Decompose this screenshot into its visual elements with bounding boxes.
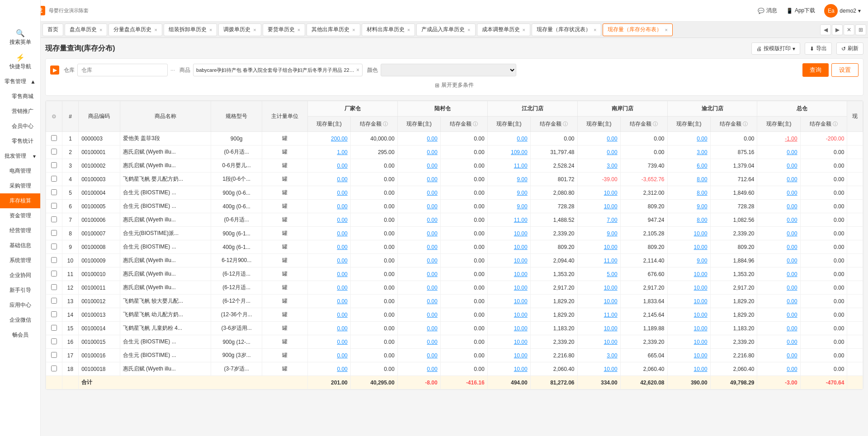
t-amt-info-icon[interactable]: ⓘ (833, 121, 838, 127)
td-checkbox[interactable] (46, 213, 62, 227)
tab-material-out[interactable]: 材料出库单历史 × (362, 23, 415, 36)
warehouse-input[interactable] (77, 64, 168, 76)
tab-split-point[interactable]: 分量盘点单历史 × (108, 23, 162, 36)
tab-close-cost-adjust[interactable]: × (523, 27, 525, 33)
row-checkbox[interactable] (51, 189, 57, 195)
refresh-btn[interactable]: ↺ 刷新 (836, 42, 863, 55)
message-btn[interactable]: 💬 消息 (758, 7, 777, 14)
row-checkbox[interactable] (51, 216, 57, 222)
sidebar-item-enterprise-coop[interactable]: 企业协同 (0, 268, 40, 283)
td-checkbox[interactable] (46, 145, 62, 159)
tab-cost-adjust[interactable]: 成本调整单历史 × (477, 23, 530, 36)
tab-expand-btn[interactable]: ⊞ (855, 24, 866, 35)
td-checkbox[interactable] (46, 281, 62, 295)
sidebar-item-marketing[interactable]: 营销推广 (0, 104, 40, 119)
settings-btn[interactable]: 设置 (831, 63, 859, 77)
tab-transfer[interactable]: 调拨单历史 × (218, 23, 261, 36)
sidebar-item-wholesale[interactable]: 批发管理 ▾ (0, 149, 40, 164)
row-checkbox[interactable] (51, 257, 57, 263)
query-btn[interactable]: 查询 (802, 63, 829, 77)
td-checkbox[interactable] (46, 308, 62, 322)
tab-inventory-single[interactable]: 盘点单历史 × (65, 23, 107, 36)
tab-stock-status[interactable]: 现存量（库存状况表） × (532, 23, 601, 36)
row-checkbox[interactable] (51, 162, 57, 168)
tab-next-btn[interactable]: ▶ (832, 24, 843, 35)
sidebar-item-app-center[interactable]: 应用中心 (0, 298, 40, 313)
yb-amt-info-icon[interactable]: ⓘ (743, 121, 748, 127)
td-checkbox[interactable] (46, 254, 62, 267)
sidebar-item-enterprise-wechat[interactable]: 企业微信 (0, 313, 40, 328)
sidebar-item-member[interactable]: 会员中心 (0, 119, 40, 134)
th-gear[interactable]: ⚙ (46, 101, 62, 132)
tab-product-in[interactable]: 产成品入库单历史 × (416, 23, 475, 36)
row-checkbox[interactable] (51, 230, 57, 236)
tab-close-other-out[interactable]: × (352, 27, 355, 33)
sidebar-item-retail[interactable]: 零售管理 ▲ (0, 74, 40, 89)
sidebar-item-newbie[interactable]: 新手引导 (0, 283, 40, 298)
row-checkbox[interactable] (51, 298, 57, 304)
sidebar-item-retail-store[interactable]: 零售商城 (0, 89, 40, 104)
sidebar-item-search[interactable]: 🔍 搜索英单 (0, 25, 40, 50)
td-checkbox[interactable] (46, 227, 62, 240)
tab-other-out[interactable]: 其他出库单历史 × (307, 23, 360, 36)
row-checkbox[interactable] (51, 203, 57, 209)
tab-close-product-in[interactable]: × (467, 27, 470, 33)
user-menu[interactable]: Ea demo2 ▾ (824, 4, 861, 18)
expand-conditions[interactable]: ⊞ 展开更多条件 (50, 80, 859, 91)
tab-close-stock-dist[interactable]: × (665, 27, 667, 33)
sidebar-item-finance[interactable]: 资金管理 (0, 208, 40, 223)
l-amt-info-icon[interactable]: ⓘ (473, 121, 478, 127)
tab-close-requisition[interactable]: × (297, 27, 300, 33)
app-download-btn[interactable]: 📱 App下载 (786, 7, 815, 14)
tab-requisition[interactable]: 要货单历史 × (263, 23, 305, 36)
row-checkbox[interactable] (51, 325, 57, 331)
td-checkbox[interactable] (46, 267, 62, 281)
tab-close-assemble[interactable]: × (209, 27, 212, 33)
td-checkbox[interactable] (46, 159, 62, 173)
tab-assemble[interactable]: 组装拆卸单历史 × (164, 23, 217, 36)
row-checkbox[interactable] (51, 176, 57, 182)
color-select[interactable] (381, 64, 516, 76)
td-checkbox[interactable] (46, 335, 62, 349)
sidebar-item-operations[interactable]: 经营管理 (0, 223, 40, 238)
tab-stock-dist[interactable]: 现存量（库存分布表） × (603, 23, 672, 36)
td-checkbox[interactable] (46, 322, 62, 335)
na-amt-info-icon[interactable]: ⓘ (653, 121, 658, 127)
tab-prev-btn[interactable]: ◀ (820, 24, 831, 35)
td-checkbox[interactable] (46, 362, 62, 376)
sidebar-item-system[interactable]: 系统管理 (0, 253, 40, 268)
td-checkbox[interactable] (46, 349, 62, 362)
sidebar-item-basic[interactable]: 基础信息 (0, 238, 40, 253)
row-checkbox[interactable] (51, 135, 57, 141)
f-amt-info-icon[interactable]: ⓘ (383, 121, 388, 127)
sidebar-item-inventory[interactable]: 库存核算 (0, 193, 40, 208)
tab-close-stock-status[interactable]: × (594, 27, 596, 33)
sidebar-item-ecommerce[interactable]: 电商管理 (0, 164, 40, 178)
tab-close-transfer[interactable]: × (253, 27, 256, 33)
td-checkbox[interactable] (46, 132, 62, 145)
export-btn[interactable]: ⬇ 导出 (805, 42, 832, 55)
row-checkbox[interactable] (51, 284, 57, 290)
row-checkbox[interactable] (51, 366, 57, 371)
collapse-arrow[interactable]: ▶ (50, 66, 59, 75)
td-checkbox[interactable] (46, 173, 62, 186)
jb-amt-info-icon[interactable]: ⓘ (563, 121, 568, 127)
td-checkbox[interactable] (46, 200, 62, 213)
row-checkbox[interactable] (51, 149, 57, 155)
product-tag-close[interactable]: × (356, 67, 359, 73)
row-checkbox[interactable] (51, 244, 57, 249)
row-checkbox[interactable] (51, 352, 57, 358)
row-checkbox[interactable] (51, 338, 57, 344)
td-checkbox[interactable] (46, 186, 62, 200)
td-checkbox[interactable] (46, 240, 62, 254)
sidebar-item-quicknav[interactable]: ⚡ 快捷导航 (0, 50, 40, 74)
tab-close-material-out[interactable]: × (407, 27, 410, 33)
sidebar-item-purchase[interactable]: 采购管理 (0, 178, 40, 193)
gear-icon[interactable]: ⚙ (52, 113, 57, 120)
tab-home[interactable]: 首页 (42, 23, 63, 36)
tab-close-split-point[interactable]: × (154, 27, 157, 33)
sidebar-item-member2[interactable]: 畅会员 (0, 328, 40, 342)
print-btn[interactable]: 🖨 按模版打印 ▾ (751, 42, 800, 55)
tab-close-all-btn[interactable]: ✕ (844, 24, 854, 35)
row-checkbox[interactable] (51, 311, 57, 317)
